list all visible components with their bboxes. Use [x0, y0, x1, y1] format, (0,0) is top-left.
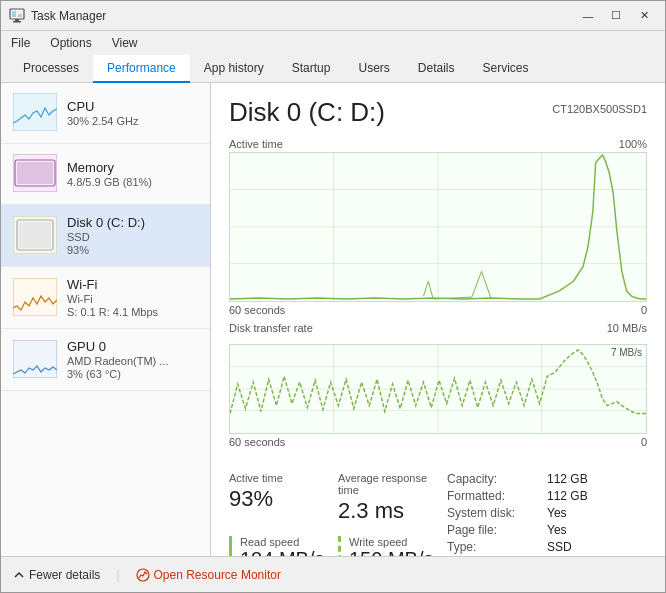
sidebar-item-disk[interactable]: Disk 0 (C: D:) SSD 93% [1, 205, 210, 267]
chart2-label-row: Disk transfer rate 10 MB/s [229, 322, 647, 334]
sidebar-item-gpu[interactable]: GPU 0 AMD Radeon(TM) ... 3% (63 °C) [1, 329, 210, 391]
tab-processes[interactable]: Processes [9, 55, 93, 83]
avg-response-value: 2.3 ms [338, 498, 447, 524]
disk-sub1: SSD [67, 231, 198, 243]
chart1-label-left: Active time [229, 138, 283, 150]
chart1-time-right: 0 [641, 304, 647, 316]
chart2-time-row: 60 seconds 0 [229, 436, 647, 448]
sidebar-item-wifi[interactable]: Wi-Fi Wi-Fi S: 0.1 R: 4.1 Mbps [1, 267, 210, 329]
read-speed-label: Read speed [240, 536, 338, 548]
chart1-label-row: Active time 100% [229, 138, 647, 150]
cpu-sub: 30% 2.54 GHz [67, 115, 198, 127]
memory-info: Memory 4.8/5.9 GB (81%) [67, 160, 198, 188]
wifi-sub2: S: 0.1 R: 4.1 Mbps [67, 306, 198, 318]
detail-panel: Disk 0 (C: D:) CT120BX500SSD1 Active tim… [211, 83, 665, 556]
type-val: SSD [547, 540, 572, 554]
gpu-sub2: 3% (63 °C) [67, 368, 198, 380]
right-stat-formatted: Formatted: 112 GB [447, 489, 647, 503]
avg-response-label: Average response time [338, 472, 447, 496]
gpu-mini-graph [13, 340, 57, 380]
svg-rect-11 [19, 222, 51, 248]
active-time-chart-section: Active time 100% [229, 138, 647, 316]
active-time-chart [229, 152, 647, 302]
disk-sub2: 93% [67, 244, 198, 256]
menu-options[interactable]: Options [40, 33, 101, 53]
active-time-stat: Active time 93% [229, 472, 338, 524]
tab-users[interactable]: Users [344, 55, 403, 83]
resource-monitor-icon [136, 568, 150, 582]
active-time-value: 93% [229, 486, 338, 512]
close-button[interactable]: ✕ [631, 6, 657, 26]
memory-sub: 4.8/5.9 GB (81%) [67, 176, 198, 188]
svg-rect-12 [13, 278, 57, 316]
fewer-details-button[interactable]: Fewer details [13, 568, 100, 582]
capacity-key: Capacity: [447, 472, 547, 486]
pagefile-val: Yes [547, 523, 567, 537]
avg-response-stat: Average response time 2.3 ms [338, 472, 447, 524]
title-bar-controls: — ☐ ✕ [575, 6, 657, 26]
tab-details[interactable]: Details [404, 55, 469, 83]
bottom-bar: Fewer details | Open Resource Monitor [1, 556, 665, 592]
tab-bar: Processes Performance App history Startu… [1, 55, 665, 83]
memory-name: Memory [67, 160, 198, 175]
svg-rect-4 [15, 19, 19, 21]
title-bar-left: Task Manager [9, 8, 106, 24]
transfer-rate-chart: 7 MB/s [229, 344, 647, 434]
minimize-button[interactable]: — [575, 6, 601, 26]
window-title: Task Manager [31, 9, 106, 23]
systemdisk-key: System disk: [447, 506, 547, 520]
cpu-mini-graph [13, 93, 57, 133]
disk-info: Disk 0 (C: D:) SSD 93% [67, 215, 198, 256]
svg-rect-13 [13, 340, 57, 378]
systemdisk-val: Yes [547, 506, 567, 520]
taskmanager-icon [9, 8, 25, 24]
chart2-label-left: Disk transfer rate [229, 322, 313, 334]
capacity-val: 112 GB [547, 472, 588, 486]
tab-apphistory[interactable]: App history [190, 55, 278, 83]
speed-row: Read speed 184 MB/s Write speed 150 MB/s [229, 536, 447, 556]
right-stat-capacity: Capacity: 112 GB [447, 472, 647, 486]
sidebar-item-cpu[interactable]: CPU 30% 2.54 GHz [1, 83, 210, 144]
chart2-label-right: 10 MB/s [607, 322, 647, 334]
stats-bottom-row: Active time 93% Average response time 2.… [229, 460, 647, 556]
read-speed-stat: Read speed 184 MB/s [229, 536, 338, 556]
menu-file[interactable]: File [1, 33, 40, 53]
sidebar: CPU 30% 2.54 GHz Memory 4.8/5.9 GB (81%) [1, 83, 211, 556]
bottom-separator: | [116, 568, 119, 582]
sidebar-item-memory[interactable]: Memory 4.8/5.9 GB (81%) [1, 144, 210, 205]
detail-header: Disk 0 (C: D:) CT120BX500SSD1 [229, 97, 647, 128]
transfer-rate-chart-section: Disk transfer rate 10 MB/s 7 MB/s [229, 322, 647, 448]
right-stat-type: Type: SSD [447, 540, 647, 554]
svg-rect-8 [17, 162, 53, 184]
disk-mini-graph [13, 216, 57, 256]
gpu-name: GPU 0 [67, 339, 198, 354]
resource-monitor-label: Open Resource Monitor [154, 568, 281, 582]
open-resource-monitor-button[interactable]: Open Resource Monitor [136, 568, 281, 582]
disk-name: Disk 0 (C: D:) [67, 215, 198, 230]
formatted-key: Formatted: [447, 489, 547, 503]
wifi-info: Wi-Fi Wi-Fi S: 0.1 R: 4.1 Mbps [67, 277, 198, 318]
tab-services[interactable]: Services [469, 55, 543, 83]
chart1-time-left: 60 seconds [229, 304, 285, 316]
gpu-info: GPU 0 AMD Radeon(TM) ... 3% (63 °C) [67, 339, 198, 380]
read-speed-value: 184 MB/s [240, 548, 338, 556]
formatted-val: 112 GB [547, 489, 588, 503]
svg-rect-3 [13, 21, 21, 23]
pagefile-key: Page file: [447, 523, 547, 537]
detail-model: CT120BX500SSD1 [552, 103, 647, 115]
main-content: CPU 30% 2.54 GHz Memory 4.8/5.9 GB (81%) [1, 83, 665, 556]
detail-title-block: Disk 0 (C: D:) [229, 97, 385, 128]
maximize-button[interactable]: ☐ [603, 6, 629, 26]
memory-mini-graph [13, 154, 57, 194]
write-speed-label: Write speed [349, 536, 447, 548]
write-speed-value: 150 MB/s [349, 548, 447, 556]
tab-startup[interactable]: Startup [278, 55, 345, 83]
chart2-time-right: 0 [641, 436, 647, 448]
gpu-sub1: AMD Radeon(TM) ... [67, 355, 198, 367]
chart1-label-right: 100% [619, 138, 647, 150]
wifi-mini-graph [13, 278, 57, 318]
tab-performance[interactable]: Performance [93, 55, 190, 83]
cpu-name: CPU [67, 99, 198, 114]
right-stat-systemdisk: System disk: Yes [447, 506, 647, 520]
menu-view[interactable]: View [102, 33, 148, 53]
